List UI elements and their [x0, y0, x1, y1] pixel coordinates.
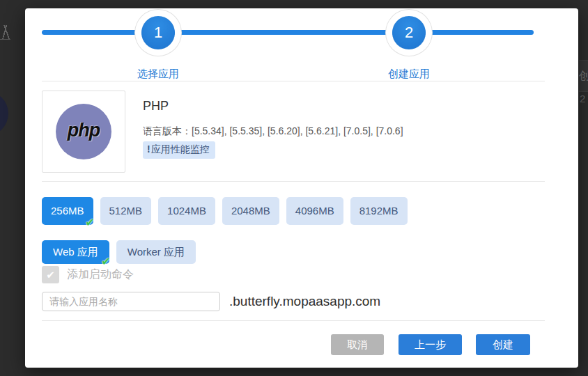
backdrop-artifact-right-panel: 创 — [579, 60, 588, 92]
wizard-step-2-number: 2 — [405, 24, 413, 41]
wizard-step-2-label: 创建应用 — [367, 68, 451, 81]
memory-option-2048mb[interactable]: 2048MB — [222, 197, 279, 225]
app-name-input[interactable] — [42, 292, 220, 311]
php-app-card[interactable]: php — [42, 91, 125, 173]
memory-option-8192mb[interactable]: 8192MB — [350, 197, 408, 225]
startup-command-label: 添加启动命令 — [67, 267, 134, 282]
app-type-label: Web 应用 — [53, 246, 98, 258]
startup-command-checkbox[interactable]: ✔ — [42, 266, 59, 283]
backdrop-artifact-mark — [0, 25, 10, 40]
domain-suffix: .butterfly.mopaasapp.com — [229, 294, 380, 309]
startup-command-row: ✔ 添加启动命令 — [42, 266, 134, 283]
app-type-options-row: Web 应用 ✔ Worker 应用 — [42, 240, 196, 264]
app-type-label: Worker 应用 — [127, 246, 185, 258]
memory-options-row: 256MB ✔ 512MB 1024MB 2048MB 4096MB 8192M… — [42, 197, 408, 225]
divider — [42, 181, 545, 182]
divider — [42, 81, 545, 81]
create-app-modal: 1 2 选择应用 创建应用 php PHP 语言版本：[5.5.34], [5.… — [25, 8, 578, 368]
memory-option-label: 256MB — [51, 205, 84, 217]
create-button[interactable]: 创建 — [476, 334, 530, 355]
memory-option-label: 1024MB — [167, 205, 206, 217]
wizard-step-1-label: 选择应用 — [116, 68, 200, 81]
memory-option-label: 2048MB — [231, 205, 270, 217]
backdrop-partial-number: 2 — [580, 93, 587, 104]
app-type-worker[interactable]: Worker 应用 — [116, 240, 196, 264]
wizard-progress-bar — [42, 30, 534, 35]
php-logo: php — [56, 104, 111, 159]
memory-option-1024mb[interactable]: 1024MB — [158, 197, 215, 225]
apm-tag-label: 应用性能监控 — [151, 143, 210, 155]
wizard-step-1-number: 1 — [154, 24, 162, 41]
wizard-step-2-indicator: 2 — [392, 16, 426, 49]
memory-option-512mb[interactable]: 512MB — [100, 197, 152, 225]
wizard-step-1-indicator: 1 — [141, 16, 175, 49]
backdrop-artifact-circle — [0, 91, 8, 136]
app-versions: 语言版本：[5.5.34], [5.5.35], [5.6.20], [5.6.… — [143, 125, 403, 138]
previous-step-button[interactable]: 上一步 — [399, 334, 462, 355]
check-icon: ✔ — [85, 217, 94, 228]
exclamation-icon: ! — [147, 143, 150, 155]
backdrop-partial-text: 创 — [579, 70, 588, 81]
memory-option-256mb[interactable]: 256MB ✔ — [42, 197, 93, 225]
check-icon: ✔ — [46, 269, 55, 281]
memory-option-label: 4096MB — [295, 205, 334, 217]
divider — [42, 320, 545, 321]
app-type-web[interactable]: Web 应用 ✔ — [42, 240, 109, 264]
memory-option-label: 8192MB — [359, 205, 399, 217]
memory-option-label: 512MB — [109, 205, 143, 217]
app-name-row: .butterfly.mopaasapp.com — [42, 292, 380, 311]
apm-tag: !应用性能监控 — [143, 141, 215, 159]
app-name: PHP — [143, 99, 169, 113]
memory-option-4096mb[interactable]: 4096MB — [286, 197, 343, 225]
cancel-button[interactable]: 取消 — [331, 334, 384, 355]
